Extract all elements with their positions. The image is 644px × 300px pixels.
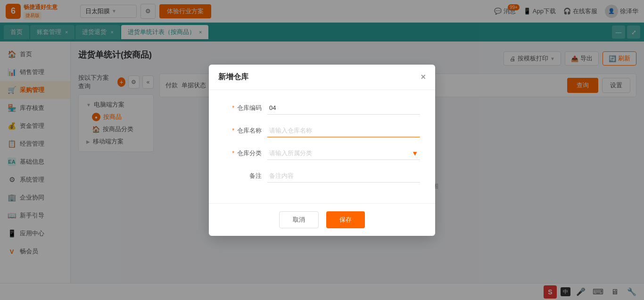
category-select-wrapper: 请输入所属分类 ▼ — [267, 147, 420, 160]
required-star-name: * — [232, 127, 234, 134]
modal-body: * 仓库编码 * 仓库名称 * 仓库分类 请输入所 — [209, 90, 435, 203]
modal-footer: 取消 保存 — [209, 203, 435, 236]
category-label: * 仓库分类 — [224, 149, 262, 158]
form-row-note: 备注 — [224, 169, 420, 183]
modal-title: 新增仓库 — [218, 72, 248, 82]
required-star-category: * — [232, 150, 234, 157]
warehouse-note-input[interactable] — [267, 169, 420, 183]
form-row-name: * 仓库名称 — [224, 124, 420, 137]
modal-close-button[interactable]: × — [421, 73, 426, 81]
note-label: 备注 — [224, 172, 262, 180]
form-row-code: * 仓库编码 — [224, 101, 420, 115]
warehouse-category-select[interactable]: 请输入所属分类 — [267, 147, 420, 160]
add-warehouse-modal: 新增仓库 × * 仓库编码 * 仓库名称 * — [209, 65, 435, 236]
warehouse-name-input[interactable] — [267, 124, 420, 137]
save-button[interactable]: 保存 — [326, 211, 365, 228]
modal-overlay: 新增仓库 × * 仓库编码 * 仓库名称 * — [0, 0, 644, 300]
name-label: * 仓库名称 — [224, 126, 262, 135]
form-row-category: * 仓库分类 请输入所属分类 ▼ — [224, 147, 420, 160]
modal-header: 新增仓库 × — [209, 65, 435, 90]
required-star-code: * — [232, 104, 234, 111]
cancel-button[interactable]: 取消 — [279, 211, 319, 228]
code-label: * 仓库编码 — [224, 104, 262, 112]
warehouse-code-input[interactable] — [267, 101, 420, 115]
